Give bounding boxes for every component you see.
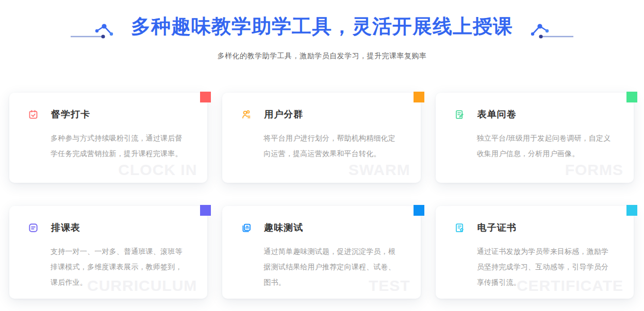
title-row: 多种趣味教学助学工具，灵活开展线上授课 xyxy=(0,11,644,42)
card-description: 多种参与方式持续吸粉引流，通过课后督学任务完成营销拉新，提升课程完课率。 xyxy=(51,130,185,161)
corner-accent xyxy=(626,205,637,216)
card-watermark: SWARM xyxy=(349,161,410,179)
feature-card-user-segment: 用户分群 将平台用户进行划分，帮助机构精细化定向运营，提高运营效果和平台转化。 … xyxy=(222,93,420,183)
card-watermark: TEST xyxy=(369,277,410,295)
page-title: 多种趣味教学助学工具，灵活开展线上授课 xyxy=(131,14,513,39)
feature-card-quiz: 趣味测试 通过简单趣味测试题，促进沉淀学员，根据测试结果给用户推荐定向课程、试卷… xyxy=(222,206,420,299)
line-chart-decor-left-icon xyxy=(70,21,118,42)
corner-accent xyxy=(414,92,424,102)
quiz-docs-icon xyxy=(241,222,252,233)
card-description: 独立平台/班级用于发起问卷调研，自定义收集用户信息，分析用户画像。 xyxy=(477,130,612,161)
section-header: 多种趣味教学助学工具，灵活开展线上授课 多样化的教学助学工具，激励学员自发学习，… xyxy=(0,0,644,61)
card-watermark: CURRICULUM xyxy=(87,277,197,295)
feature-card-forms: 表单问卷 独立平台/班级用于发起问卷调研，自定义收集用户信息，分析用户画像。 F… xyxy=(436,93,634,183)
card-watermark: FORMS xyxy=(565,161,623,179)
card-title: 排课表 xyxy=(51,221,80,234)
corner-accent xyxy=(626,92,637,102)
page-subtitle: 多样化的教学助学工具，激励学员自发学习，提升完课率复购率 xyxy=(0,51,644,61)
feature-card-certificate: 电子证书 通过证书发放为学员带来目标感，激励学员坚持完成学习、互动感等，引导学员… xyxy=(436,206,634,299)
feature-card-grid: 督学打卡 多种参与方式持续吸粉引流，通过课后督学任务完成营销拉新，提升课程完课率… xyxy=(9,93,634,299)
card-title: 用户分群 xyxy=(264,108,303,120)
card-watermark: CLOCK IN xyxy=(118,161,197,179)
form-edit-icon xyxy=(454,109,465,120)
card-title: 趣味测试 xyxy=(264,221,303,234)
feature-card-clock-in: 督学打卡 多种参与方式持续吸粉引流，通过课后督学任务完成营销拉新，提升课程完课率… xyxy=(9,93,207,183)
feature-card-schedule: 排课表 支持一对一、一对多、普通班课、滚班等排课模式，多维度课表展示，教师签到，… xyxy=(9,206,207,299)
schedule-icon xyxy=(28,222,39,233)
corner-accent xyxy=(200,205,211,216)
card-title: 督学打卡 xyxy=(51,108,90,120)
card-watermark: CERTIFICATE xyxy=(517,277,623,295)
line-chart-decor-right-icon xyxy=(526,21,574,42)
calendar-check-icon xyxy=(28,109,39,120)
card-description: 将平台用户进行划分，帮助机构精细化定向运营，提高运营效果和平台转化。 xyxy=(263,130,398,161)
user-group-icon xyxy=(241,109,252,120)
card-title: 表单问卷 xyxy=(477,108,517,120)
card-title: 电子证书 xyxy=(477,221,517,234)
corner-accent xyxy=(414,205,424,216)
certificate-icon xyxy=(454,222,465,233)
corner-accent xyxy=(200,92,211,102)
